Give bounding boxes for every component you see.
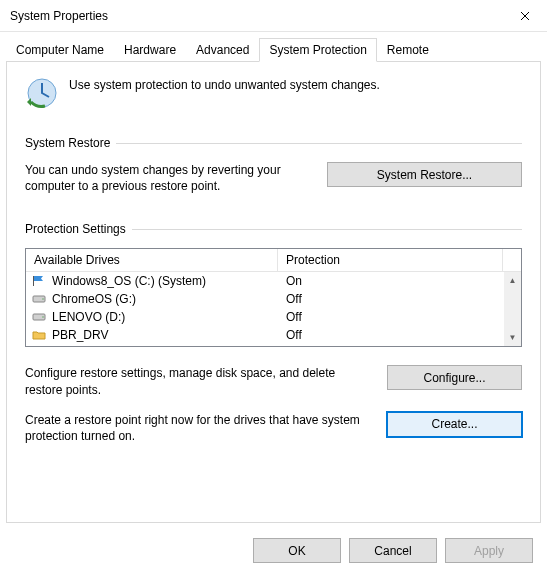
section-system-restore: System Restore bbox=[25, 136, 522, 150]
create-row: Create a restore point right now for the… bbox=[25, 412, 522, 444]
table-row[interactable]: LENOVO (D:)Off bbox=[26, 308, 521, 326]
close-icon bbox=[520, 11, 530, 21]
drive-icon bbox=[26, 293, 46, 305]
system-restore-row: You can undo system changes by reverting… bbox=[25, 162, 522, 194]
system-protection-icon bbox=[25, 76, 59, 110]
intro-row: Use system protection to undo unwanted s… bbox=[25, 76, 522, 110]
cancel-button[interactable]: Cancel bbox=[349, 538, 437, 563]
drive-icon bbox=[26, 275, 46, 287]
scroll-track[interactable] bbox=[504, 289, 521, 329]
section-label: Protection Settings bbox=[25, 222, 126, 236]
scroll-down-icon[interactable]: ▼ bbox=[504, 329, 521, 346]
drive-icon bbox=[26, 311, 46, 323]
create-button[interactable]: Create... bbox=[387, 412, 522, 437]
drives-list: Available Drives Protection Windows8_OS … bbox=[25, 248, 522, 347]
table-row[interactable]: ChromeOS (G:)Off bbox=[26, 290, 521, 308]
drive-name: PBR_DRV bbox=[46, 328, 278, 342]
ok-button[interactable]: OK bbox=[253, 538, 341, 563]
tab-computer-name[interactable]: Computer Name bbox=[6, 38, 114, 62]
drive-icon bbox=[26, 329, 46, 341]
svg-point-5 bbox=[42, 317, 44, 319]
system-restore-text: You can undo system changes by reverting… bbox=[25, 162, 307, 194]
intro-text: Use system protection to undo unwanted s… bbox=[69, 76, 380, 92]
table-row[interactable]: Windows8_OS (C:) (System)On bbox=[26, 272, 521, 290]
tab-system-protection[interactable]: System Protection bbox=[259, 38, 376, 62]
drive-name: LENOVO (D:) bbox=[46, 310, 278, 324]
drives-header: Available Drives Protection bbox=[26, 249, 521, 272]
column-available-drives[interactable]: Available Drives bbox=[26, 249, 278, 271]
drive-protection: Off bbox=[278, 310, 521, 324]
svg-point-3 bbox=[42, 299, 44, 301]
table-row[interactable]: PBR_DRVOff bbox=[26, 326, 521, 344]
tab-remote[interactable]: Remote bbox=[377, 38, 439, 62]
drive-protection: Off bbox=[278, 292, 521, 306]
drives-body: Windows8_OS (C:) (System)OnChromeOS (G:)… bbox=[26, 272, 521, 346]
configure-button[interactable]: Configure... bbox=[387, 365, 522, 390]
tab-strip: Computer Name Hardware Advanced System P… bbox=[0, 32, 547, 62]
tab-advanced[interactable]: Advanced bbox=[186, 38, 259, 62]
create-text: Create a restore point right now for the… bbox=[25, 412, 367, 444]
scroll-up-icon[interactable]: ▲ bbox=[504, 272, 521, 289]
svg-rect-1 bbox=[33, 276, 34, 286]
drive-protection: Off bbox=[278, 328, 521, 342]
apply-button[interactable]: Apply bbox=[445, 538, 533, 563]
drive-protection: On bbox=[278, 274, 521, 288]
divider bbox=[116, 143, 522, 144]
column-scroll-spacer bbox=[503, 249, 521, 271]
configure-row: Configure restore settings, manage disk … bbox=[25, 365, 522, 397]
tab-hardware[interactable]: Hardware bbox=[114, 38, 186, 62]
section-label: System Restore bbox=[25, 136, 110, 150]
window-title: System Properties bbox=[10, 9, 502, 23]
titlebar: System Properties bbox=[0, 0, 547, 32]
system-restore-button[interactable]: System Restore... bbox=[327, 162, 522, 187]
configure-text: Configure restore settings, manage disk … bbox=[25, 365, 367, 397]
dialog-footer: OK Cancel Apply bbox=[0, 530, 547, 571]
scrollbar[interactable]: ▲ ▼ bbox=[504, 272, 521, 346]
column-protection[interactable]: Protection bbox=[278, 249, 503, 271]
section-protection-settings: Protection Settings bbox=[25, 222, 522, 236]
divider bbox=[132, 229, 522, 230]
tab-panel-system-protection: Use system protection to undo unwanted s… bbox=[6, 61, 541, 523]
close-button[interactable] bbox=[502, 0, 547, 32]
drive-name: Windows8_OS (C:) (System) bbox=[46, 274, 278, 288]
drive-name: ChromeOS (G:) bbox=[46, 292, 278, 306]
